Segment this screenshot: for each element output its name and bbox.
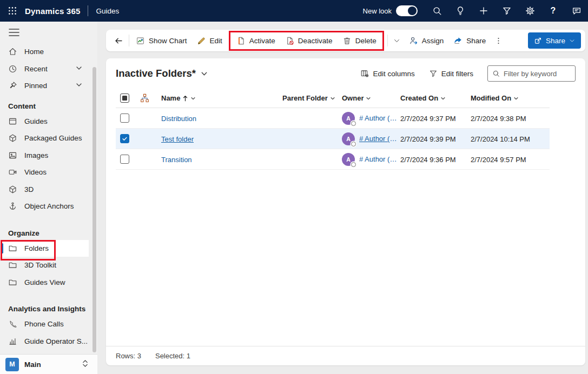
sidebar-scrollbar[interactable] — [93, 67, 96, 352]
edit-button[interactable]: Edit — [192, 32, 227, 49]
folder-name-link[interactable]: Transition — [161, 156, 192, 164]
sidebar-item-phone-calls[interactable]: Phone Calls — [0, 316, 89, 333]
hamburger-menu-icon[interactable] — [0, 22, 97, 43]
sidebar-item-guide-operator[interactable]: Guide Operator S... — [0, 333, 89, 350]
sidebar-item-packaged-guides[interactable]: Packaged Guides — [0, 130, 89, 147]
view-selector[interactable]: Inactive Folders* — [116, 68, 208, 79]
created-on-value: 2/7/2024 9:37 PM — [400, 115, 456, 123]
activate-icon — [236, 36, 246, 45]
area-label: Main — [24, 360, 41, 369]
presence-offline-icon — [351, 142, 356, 146]
row-checkbox[interactable] — [120, 155, 129, 164]
sidebar-item-home[interactable]: Home — [0, 43, 89, 61]
filter-icon[interactable] — [495, 0, 518, 22]
select-all-checkbox[interactable] — [120, 94, 129, 103]
sidebar: Home Recent Pinned Content Guides Packag… — [0, 22, 97, 374]
created-on-value: 2/7/2024 9:39 PM — [400, 135, 456, 143]
sidebar-item-object-anchors[interactable]: Object Anchors — [0, 198, 89, 215]
environment-name[interactable]: Guides — [96, 7, 119, 15]
chevron-down-icon — [569, 38, 575, 44]
folder-icon — [8, 244, 17, 253]
deactivate-icon — [285, 36, 294, 45]
delete-button[interactable]: Delete — [338, 32, 381, 49]
filter-funnel-icon — [429, 69, 438, 78]
deactivate-button[interactable]: Deactivate — [280, 32, 338, 49]
anchor-icon — [8, 202, 17, 211]
sidebar-item-3d-toolkit[interactable]: 3D Toolkit — [0, 257, 89, 274]
view-title-bar: Inactive Folders* Edit columns Edit filt… — [106, 58, 585, 89]
area-switcher[interactable]: M Main — [0, 354, 97, 374]
owner-link[interactable]: # Author (O... — [359, 114, 399, 122]
settings-gear-icon[interactable] — [518, 0, 541, 22]
show-chart-button[interactable]: Show Chart — [131, 32, 192, 49]
toggle-switch[interactable] — [396, 5, 418, 16]
folder-name-link[interactable]: Distribution — [161, 115, 196, 123]
video-camera-icon — [8, 168, 17, 177]
cube-icon — [8, 185, 17, 194]
column-header-owner[interactable]: Owner — [342, 94, 371, 102]
search-icon[interactable] — [425, 0, 448, 22]
sidebar-item-images[interactable]: Images — [0, 147, 89, 164]
sidebar-item-folders[interactable]: Folders — [0, 240, 89, 257]
sidebar-section-analytics: Analytics and Insights — [0, 297, 97, 316]
table-row[interactable]: Transition A # Author (O... 2/7/2024 9:3… — [116, 149, 550, 170]
chevron-down-icon — [330, 96, 335, 101]
lightbulb-icon[interactable] — [448, 0, 472, 22]
modified-on-value: 2/7/2024 9:57 PM — [471, 156, 526, 164]
chevron-down-icon — [440, 96, 446, 101]
new-look-toggle[interactable]: New look — [363, 5, 418, 16]
feedback-icon[interactable] — [565, 0, 588, 22]
filter-by-keyword-input[interactable] — [504, 70, 571, 78]
column-header-created-on[interactable]: Created On — [400, 94, 470, 102]
created-on-value: 2/7/2024 9:36 PM — [400, 156, 456, 164]
back-button[interactable] — [110, 32, 127, 49]
commands-overflow-chevron[interactable] — [389, 32, 404, 49]
row-checkbox[interactable] — [120, 113, 129, 123]
sort-ascending-icon — [182, 95, 188, 102]
share-button[interactable]: Share — [448, 32, 491, 49]
chevron-down-icon[interactable] — [76, 65, 82, 73]
chevron-down-icon — [190, 96, 196, 101]
edit-columns-icon — [360, 69, 369, 78]
table-row[interactable]: Distribution A # Author (O... 2/7/2024 9… — [116, 108, 550, 129]
grid-status-bar: Rows: 3 Selected: 1 — [106, 346, 585, 365]
edit-columns-button[interactable]: Edit columns — [360, 69, 414, 78]
app-title[interactable]: Dynamics 365 — [25, 6, 80, 16]
vertical-ellipsis-icon — [494, 37, 503, 45]
sidebar-item-pinned[interactable]: Pinned — [0, 77, 89, 95]
sidebar-item-recent[interactable]: Recent — [0, 61, 89, 78]
table-row-selected[interactable]: Test folder A # Author (O... 2/7/2024 9:… — [116, 129, 550, 149]
sidebar-item-videos[interactable]: Videos — [0, 164, 89, 181]
home-icon — [8, 47, 17, 56]
guides-icon — [8, 117, 17, 126]
owner-link[interactable]: # Author (O... — [359, 155, 399, 163]
help-icon[interactable]: ? — [541, 0, 565, 22]
column-header-name[interactable]: Name — [161, 94, 281, 102]
trash-icon — [342, 36, 352, 45]
area-badge: M — [5, 358, 19, 371]
edit-filters-button[interactable]: Edit filters — [429, 69, 473, 78]
column-header-modified-on[interactable]: Modified On — [471, 94, 540, 102]
more-commands-button[interactable] — [491, 32, 506, 49]
assign-person-icon — [409, 36, 418, 45]
waffle-menu-icon[interactable] — [0, 0, 25, 22]
share-primary-button[interactable]: Share — [528, 32, 581, 49]
page-title: Inactive Folders* — [116, 68, 196, 79]
sidebar-item-guides-view[interactable]: Guides View — [0, 274, 89, 291]
owner-link[interactable]: # Author (O... — [359, 135, 399, 143]
owner-avatar: A — [342, 153, 355, 166]
sidebar-item-guides[interactable]: Guides — [0, 113, 89, 130]
plus-icon[interactable] — [472, 0, 495, 22]
column-header-parent-folder[interactable]: Parent Folder — [282, 94, 341, 102]
edit-pencil-icon — [197, 36, 206, 45]
row-checkbox[interactable] — [120, 134, 129, 143]
sidebar-item-3d[interactable]: 3D — [0, 181, 89, 198]
table-header-row: Name Parent Folder Owner Created On Modi… — [116, 89, 550, 108]
chevron-down-icon[interactable] — [76, 82, 82, 90]
sidebar-section-organize: Organize — [0, 222, 97, 240]
folder-name-link[interactable]: Test folder — [161, 135, 194, 143]
activate-button[interactable]: Activate — [232, 32, 280, 49]
assign-button[interactable]: Assign — [404, 32, 449, 49]
topbar-divider — [88, 5, 88, 16]
command-bar: Show Chart Edit Activate Deactivate Dele… — [106, 30, 585, 51]
